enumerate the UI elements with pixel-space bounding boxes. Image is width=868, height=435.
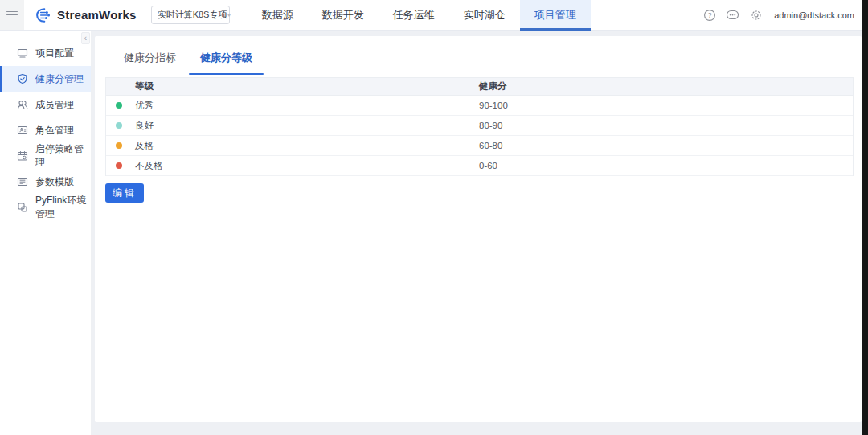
logo[interactable]: StreamWorks (24, 0, 151, 30)
sidebar-item-label: 参数模版 (35, 175, 74, 189)
screen-edge-strip (862, 0, 868, 435)
start-stop-policy-icon (17, 150, 28, 162)
pyflink-env-icon (17, 202, 28, 213)
tab-health-score-levels[interactable]: 健康分等级 (200, 51, 252, 75)
column-header-level: 等级 (106, 80, 479, 92)
column-header-score: 健康分 (479, 80, 853, 92)
sidebar-item-project-config[interactable]: 项目配置 (0, 40, 91, 66)
nav-item-datasource[interactable]: 数据源 (248, 0, 308, 30)
hamburger-icon (6, 9, 18, 21)
table-row: 良好 80-90 (106, 116, 853, 136)
level-dot-excellent (116, 102, 122, 109)
body-row: ‹ 项目配置 健康分管理 成员管理 (0, 31, 862, 435)
tab-bar: 健康分指标 健康分等级 (95, 36, 862, 75)
tab-health-score-metrics[interactable]: 健康分指标 (124, 51, 176, 75)
level-label: 不及格 (135, 160, 163, 172)
nav-item-realtime-lake[interactable]: 实时湖仓 (449, 0, 520, 30)
menu-toggle[interactable] (0, 0, 24, 30)
score-range: 0-60 (479, 161, 853, 170)
sidebar-item-members[interactable]: 成员管理 (0, 92, 91, 117)
score-range: 60-80 (479, 141, 853, 150)
app-window: StreamWorks 实时计算K8S专项 ▾ 数据源 数据开发 任务运维 实时… (0, 0, 868, 435)
header-right: ? admin@dtstack.com (702, 0, 862, 30)
nav-item-project-management[interactable]: 项目管理 (520, 0, 591, 30)
user-email[interactable]: admin@dtstack.com (774, 10, 854, 20)
sidebar-item-pyflink-env[interactable]: PyFlink环境管理 (0, 195, 91, 220)
chevron-down-icon: ▾ (227, 11, 231, 18)
level-label: 优秀 (135, 100, 154, 112)
role-badge-icon (17, 125, 28, 136)
parameter-template-icon (17, 176, 28, 187)
sidebar-item-label: 角色管理 (35, 124, 74, 137)
table-row: 不及格 0-60 (106, 156, 853, 176)
table-row: 及格 60-80 (106, 136, 853, 156)
message-icon[interactable] (726, 8, 739, 22)
top-header: StreamWorks 实时计算K8S专项 ▾ 数据源 数据开发 任务运维 实时… (0, 0, 862, 31)
sidebar-item-health-score[interactable]: 健康分管理 (0, 66, 91, 92)
health-score-table: 等级 健康分 优秀 90-100 良好 80-90 及格 60-80 (105, 77, 854, 176)
nav-item-data-develop[interactable]: 数据开发 (308, 0, 379, 30)
settings-gear-icon[interactable] (749, 8, 763, 22)
edit-button[interactable]: 编辑 (105, 183, 144, 203)
sidebar-item-parameter-template[interactable]: 参数模版 (0, 169, 91, 195)
score-range: 90-100 (479, 101, 853, 110)
level-dot-fail (116, 162, 122, 169)
sidebar-item-start-stop-policy[interactable]: 启停策略管理 (0, 143, 91, 169)
logo-text: StreamWorks (57, 8, 137, 22)
sidebar-item-label: 启停策略管理 (35, 142, 91, 170)
streamworks-logo-icon (34, 6, 51, 24)
level-label: 良好 (135, 120, 154, 132)
content-panel: 健康分指标 健康分等级 等级 健康分 优秀 90-100 良好 80-90 (95, 36, 862, 422)
project-selector[interactable]: 实时计算K8S专项 ▾ (151, 6, 230, 24)
level-dot-pass (116, 142, 122, 149)
main-area: 健康分指标 健康分等级 等级 健康分 优秀 90-100 良好 80-90 (91, 31, 862, 435)
project-selector-value: 实时计算K8S专项 (158, 9, 227, 21)
sidebar-item-roles[interactable]: 角色管理 (0, 117, 91, 143)
project-config-icon (17, 47, 28, 59)
sidebar-item-label: 项目配置 (35, 47, 74, 60)
sidebar-item-label: 健康分管理 (35, 72, 84, 86)
sidebar-item-label: 成员管理 (35, 98, 74, 112)
header-nav: 数据源 数据开发 任务运维 实时湖仓 项目管理 (248, 0, 591, 30)
level-label: 及格 (135, 140, 154, 152)
nav-item-task-ops[interactable]: 任务运维 (379, 0, 449, 30)
svg-text:?: ? (707, 11, 711, 19)
help-icon[interactable]: ? (702, 8, 716, 22)
sidebar-item-label: PyFlink环境管理 (35, 194, 91, 221)
table-row: 优秀 90-100 (106, 96, 853, 116)
members-icon (17, 99, 28, 110)
health-score-icon (17, 73, 28, 84)
table-header-row: 等级 健康分 (106, 78, 853, 96)
sidebar: ‹ 项目配置 健康分管理 成员管理 (0, 31, 91, 435)
score-range: 80-90 (479, 121, 853, 130)
level-dot-good (116, 122, 122, 129)
